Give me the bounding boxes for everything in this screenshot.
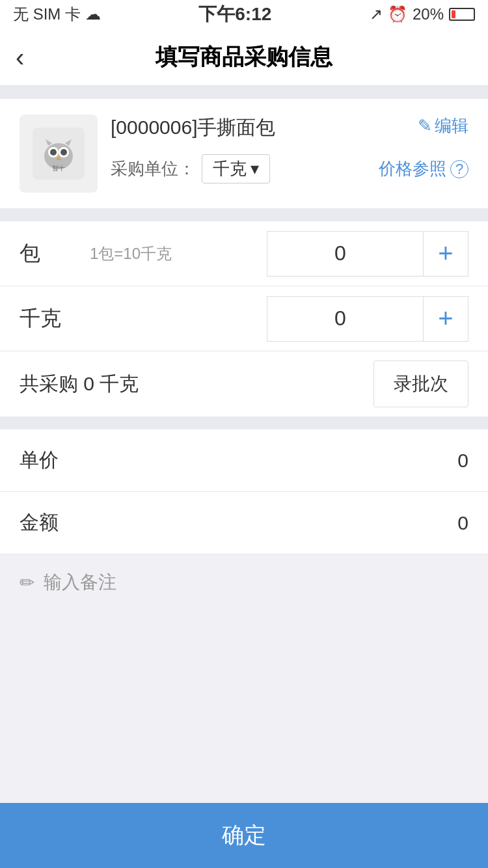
svg-point-5 bbox=[61, 149, 67, 156]
unit-price-row: 单价 0 bbox=[0, 429, 488, 492]
bag-quantity-row: 包 1包=10千克 + bbox=[0, 221, 488, 286]
top-divider bbox=[0, 86, 488, 99]
nav-bar: ‹ 填写商品采购信息 bbox=[0, 29, 488, 86]
amount-value: 0 bbox=[457, 512, 468, 534]
content-spacer bbox=[0, 610, 488, 793]
kg-quantity-row: 千克 + bbox=[0, 286, 488, 351]
product-thumbnail: 智十 bbox=[20, 115, 98, 193]
status-left: 无 SIM 卡 ☁ bbox=[13, 4, 101, 25]
middle-divider-1 bbox=[0, 208, 488, 221]
help-icon: ? bbox=[450, 160, 468, 178]
svg-text:智十: 智十 bbox=[52, 165, 65, 172]
amount-row: 金额 0 bbox=[0, 492, 488, 554]
status-bar: 无 SIM 卡 ☁ 下午6:12 ↗ ⏰ 20% bbox=[0, 0, 488, 29]
back-button[interactable]: ‹ bbox=[16, 42, 24, 72]
confirm-label: 确定 bbox=[222, 821, 266, 850]
record-batch-button[interactable]: 录批次 bbox=[373, 360, 468, 407]
chevron-down-icon: ▾ bbox=[251, 159, 259, 179]
unit-price-label: 单价 bbox=[20, 447, 59, 474]
amount-label: 金额 bbox=[20, 509, 59, 536]
alarm-icon: ⏰ bbox=[388, 5, 407, 23]
edit-icon: ✎ bbox=[418, 116, 432, 136]
status-right: ↗ ⏰ 20% bbox=[370, 5, 475, 23]
bag-sublabel: 1包=10千克 bbox=[90, 243, 172, 264]
bag-input-group: + bbox=[267, 231, 468, 277]
product-card: 智十 [0000006]手撕面包 ✎ 编辑 采购单位： 千克 ▾ 价格参照 ? bbox=[0, 99, 488, 208]
kg-label: 千克 bbox=[20, 305, 85, 333]
status-time: 下午6:12 bbox=[198, 2, 271, 27]
unit-select[interactable]: 千克 ▾ bbox=[202, 154, 270, 183]
bag-quantity-input[interactable] bbox=[267, 231, 423, 277]
product-name: [0000006]手撕面包 bbox=[111, 115, 275, 141]
confirm-button[interactable]: 确定 bbox=[0, 803, 488, 868]
product-unit-row: 采购单位： 千克 ▾ 价格参照 ? bbox=[111, 154, 468, 183]
quantity-section: 包 1包=10千克 + 千克 + bbox=[0, 221, 488, 351]
kg-input-group: + bbox=[267, 296, 468, 342]
navigation-icon: ↗ bbox=[370, 5, 383, 23]
kg-quantity-input[interactable] bbox=[267, 296, 423, 342]
pencil-icon: ✏ bbox=[20, 572, 34, 593]
kg-plus-button[interactable]: + bbox=[423, 296, 468, 342]
svg-point-4 bbox=[50, 149, 57, 156]
sim-status: 无 SIM 卡 ☁ bbox=[13, 4, 101, 25]
battery-icon bbox=[449, 8, 475, 21]
product-logo: 智十 bbox=[33, 128, 85, 180]
price-section: 单价 0 金额 0 bbox=[0, 429, 488, 554]
product-header: [0000006]手撕面包 ✎ 编辑 bbox=[111, 115, 468, 141]
unit-label: 采购单位： 千克 ▾ bbox=[111, 154, 270, 183]
summary-text: 共采购 0 千克 bbox=[20, 371, 139, 398]
battery-percent: 20% bbox=[413, 5, 444, 23]
middle-divider-2 bbox=[0, 416, 488, 429]
remark-section[interactable]: ✏ 输入备注 bbox=[0, 554, 488, 610]
unit-price-value: 0 bbox=[457, 450, 468, 472]
edit-button[interactable]: ✎ 编辑 bbox=[418, 115, 468, 137]
product-info: [0000006]手撕面包 ✎ 编辑 采购单位： 千克 ▾ 价格参照 ? bbox=[111, 115, 468, 183]
page-title: 填写商品采购信息 bbox=[156, 42, 332, 72]
remark-input[interactable]: 输入备注 bbox=[44, 570, 116, 595]
summary-row: 共采购 0 千克 录批次 bbox=[0, 351, 488, 416]
price-reference-button[interactable]: 价格参照 ? bbox=[379, 157, 468, 180]
bag-plus-button[interactable]: + bbox=[423, 231, 468, 277]
bag-label: 包 bbox=[20, 239, 85, 268]
